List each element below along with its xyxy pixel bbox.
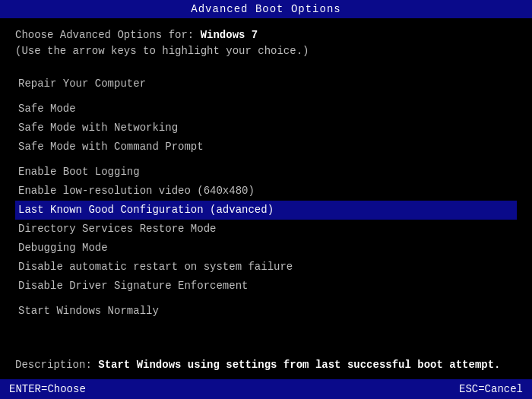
header-line2: (Use the arrow keys to highlight your ch… (15, 43, 517, 59)
header-text: Choose Advanced Options for: Windows 7 (… (15, 27, 517, 59)
menu-item-disable-restart[interactable]: Disable automatic restart on system fail… (15, 258, 517, 277)
bios-screen: Advanced Boot Options Choose Advanced Op… (0, 0, 532, 399)
main-content: Choose Advanced Options for: Windows 7 (… (0, 18, 532, 379)
menu-item-safe-mode-cmd[interactable]: Safe Mode with Command Prompt (15, 138, 517, 157)
header-prefix: Choose Advanced Options for: (15, 29, 201, 41)
menu-item-safe-mode[interactable]: Safe Mode (15, 100, 517, 119)
description-area: Description: Start Windows using setting… (15, 349, 517, 379)
menu-item-low-res[interactable]: Enable low-resolution video (640x480) (15, 182, 517, 201)
menu-item-repair[interactable]: Repair Your Computer (15, 74, 517, 93)
menu-list: Repair Your Computer Safe Mode Safe Mode… (15, 74, 517, 321)
menu-item-safe-mode-networking[interactable]: Safe Mode with Networking (15, 119, 517, 138)
description-label: Description: (15, 359, 92, 371)
header-line1: Choose Advanced Options for: Windows 7 (15, 27, 517, 43)
header-os: Windows 7 (201, 29, 258, 41)
title-bar: Advanced Boot Options (0, 0, 532, 18)
description-text: Start Windows using settings from last s… (98, 359, 500, 371)
menu-item-debugging[interactable]: Debugging Mode (15, 239, 517, 258)
menu-item-directory-services[interactable]: Directory Services Restore Mode (15, 220, 517, 239)
status-bar: ENTER=Choose ESC=Cancel (0, 379, 532, 399)
menu-item-boot-logging[interactable]: Enable Boot Logging (15, 163, 517, 182)
title-text: Advanced Boot Options (191, 3, 340, 15)
menu-item-disable-driver-sig[interactable]: Disable Driver Signature Enforcement (15, 277, 517, 296)
status-left: ENTER=Choose (9, 383, 86, 395)
status-right: ESC=Cancel (459, 383, 523, 395)
menu-item-last-known-good[interactable]: Last Known Good Configuration (advanced) (15, 201, 517, 220)
menu-item-start-normally[interactable]: Start Windows Normally (15, 302, 517, 321)
